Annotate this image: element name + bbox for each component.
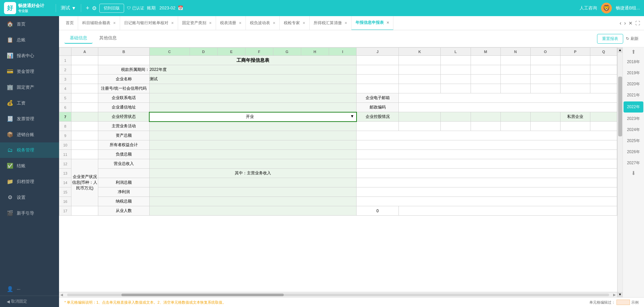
- sidebar-item-设置[interactable]: ⚙设置: [0, 189, 59, 205]
- vscroll-up-btn[interactable]: ▲: [618, 47, 623, 53]
- cell-12-rest[interactable]: [357, 159, 617, 169]
- cell-7-Q[interactable]: [590, 112, 617, 122]
- cell-4-O[interactable]: [530, 84, 560, 93]
- sidebar-item-总账[interactable]: 📋总账: [0, 32, 59, 48]
- col-M[interactable]: M: [471, 48, 500, 56]
- cell-9-B[interactable]: 资产总额: [98, 131, 150, 140]
- cell-8-P[interactable]: [560, 122, 590, 131]
- cell-8-Q[interactable]: [590, 122, 617, 131]
- tab-close-6[interactable]: ✕: [303, 21, 305, 25]
- col-J[interactable]: J: [357, 48, 399, 56]
- cell-3-L[interactable]: [441, 75, 471, 84]
- company-selector[interactable]: 测试 ▼: [61, 5, 76, 11]
- cell-9-value[interactable]: [149, 131, 356, 140]
- cell-5-B[interactable]: 企业联系电话: [98, 93, 150, 103]
- cell-3-B[interactable]: 企业名称: [98, 75, 150, 84]
- close-all-tabs-btn[interactable]: ✕: [627, 20, 634, 26]
- cell-4-J[interactable]: [357, 84, 399, 93]
- tab-next-btn[interactable]: ›: [623, 20, 627, 26]
- cell-3-value[interactable]: 测试: [149, 75, 356, 84]
- tab-7[interactable]: 所得税汇算清缴✕: [310, 16, 352, 30]
- v-scrollbar[interactable]: ▲ ▼: [617, 47, 623, 297]
- cell-10-value[interactable]: [149, 140, 356, 150]
- tab-close-3[interactable]: ✕: [209, 21, 212, 25]
- cell-6-J[interactable]: 邮政编码: [357, 103, 399, 112]
- switch-old-btn[interactable]: 切到旧版: [99, 4, 124, 13]
- cell-1-B[interactable]: [98, 56, 150, 65]
- cell-7-M[interactable]: [471, 112, 500, 122]
- cell-6-B[interactable]: 企业通信地址: [98, 103, 150, 112]
- vscroll-thumb[interactable]: [618, 77, 622, 136]
- dropdown-arrow[interactable]: ▼: [350, 114, 356, 119]
- year-item-2023年[interactable]: 2023年: [623, 113, 644, 124]
- tab-prev-btn[interactable]: ‹: [618, 20, 623, 26]
- cell-5-J[interactable]: 企业电子邮箱: [357, 93, 399, 103]
- cell-4-K[interactable]: [398, 84, 441, 93]
- col-F[interactable]: F: [245, 48, 273, 56]
- cell-15-B[interactable]: 净利润: [98, 187, 150, 197]
- hscroll-thumb[interactable]: [121, 294, 284, 296]
- tab-close-1[interactable]: ✕: [113, 21, 116, 25]
- vscroll-down-btn[interactable]: ▼: [618, 292, 623, 297]
- cell-7-dropdown[interactable]: 开业 ▼: [149, 112, 356, 122]
- cell-13-B[interactable]: [98, 169, 150, 178]
- cell-2-P[interactable]: [560, 65, 590, 75]
- cell-2-J[interactable]: [357, 65, 399, 75]
- col-G[interactable]: G: [273, 48, 301, 56]
- sidebar-item-工资[interactable]: 💰工资: [0, 95, 59, 111]
- sidebar-item-新手引导[interactable]: 🎬新手引导: [0, 205, 59, 221]
- cell-1-Q[interactable]: [590, 56, 617, 65]
- tab-5[interactable]: 税负波动表✕: [246, 16, 280, 30]
- cell-15-value[interactable]: [149, 187, 356, 197]
- cell-4-value[interactable]: [149, 84, 356, 93]
- cell-3-N[interactable]: [500, 75, 530, 84]
- cell-11-B[interactable]: 负债总额: [98, 150, 150, 159]
- tab-0[interactable]: 首页: [62, 16, 78, 30]
- col-C[interactable]: C: [149, 48, 190, 56]
- reset-report-btn[interactable]: 重置报表: [597, 34, 623, 44]
- expand-btn[interactable]: ⛶: [634, 20, 641, 26]
- sidebar-item-税务管理[interactable]: 🗂税务管理: [0, 142, 59, 158]
- year-item-2021年[interactable]: 2021年: [623, 90, 644, 101]
- cell-2-A[interactable]: [71, 65, 98, 75]
- cell-10-rest[interactable]: [357, 140, 617, 150]
- cell-7-B[interactable]: 企业经营状态: [98, 112, 150, 122]
- cell-13-sub[interactable]: 其中：主营业务收入: [149, 169, 356, 178]
- cell-12-value[interactable]: [149, 159, 356, 169]
- sidebar-item-首页[interactable]: 🏠首页: [0, 16, 59, 32]
- cell-2-N[interactable]: [500, 65, 530, 75]
- tab-close-4[interactable]: ✕: [239, 21, 241, 25]
- cell-5-value[interactable]: [149, 93, 356, 103]
- cell-2-K[interactable]: [398, 65, 441, 75]
- cell-4-Q[interactable]: [590, 84, 617, 93]
- subtab-1[interactable]: 其他信息: [94, 33, 122, 44]
- cell-4-P[interactable]: [560, 84, 590, 93]
- cell-8-N[interactable]: [500, 122, 530, 131]
- cell-17-rest[interactable]: [398, 206, 617, 216]
- sidebar-item-固定资产[interactable]: 🏢固定资产: [0, 79, 59, 95]
- cell-5-K[interactable]: [398, 93, 617, 103]
- cell-17-A[interactable]: [71, 206, 98, 216]
- cell-4-M[interactable]: [471, 84, 500, 93]
- cell-2-value[interactable]: 2022年度: [149, 65, 356, 75]
- cell-8-O[interactable]: [530, 122, 560, 131]
- subtab-0[interactable]: 基础信息: [64, 33, 93, 44]
- cell-2-M[interactable]: [471, 65, 500, 75]
- tab-3[interactable]: 固定资产类别✕: [178, 16, 216, 30]
- col-N[interactable]: N: [500, 48, 530, 56]
- cell-3-P[interactable]: [560, 75, 590, 84]
- col-H[interactable]: H: [301, 48, 329, 56]
- tab-6[interactable]: 税检专家✕: [280, 16, 310, 30]
- year-item-2022年[interactable]: 2022年: [624, 101, 643, 113]
- cell-16-B[interactable]: 纳税总额: [98, 197, 150, 206]
- cell-7-N[interactable]: [500, 112, 530, 122]
- cell-1-M[interactable]: [471, 56, 500, 65]
- cell-1-A[interactable]: [71, 56, 98, 65]
- h-scrollbar[interactable]: ◀ ▶: [59, 292, 617, 297]
- year-down-btn[interactable]: ⬇: [623, 169, 644, 178]
- col-B[interactable]: B: [98, 48, 150, 56]
- year-item-2018年[interactable]: 2018年: [623, 56, 644, 68]
- cell-17-B[interactable]: 从业人数: [98, 206, 150, 216]
- cell-title[interactable]: 工商年报信息表: [149, 56, 356, 65]
- year-item-2024年[interactable]: 2024年: [623, 124, 644, 135]
